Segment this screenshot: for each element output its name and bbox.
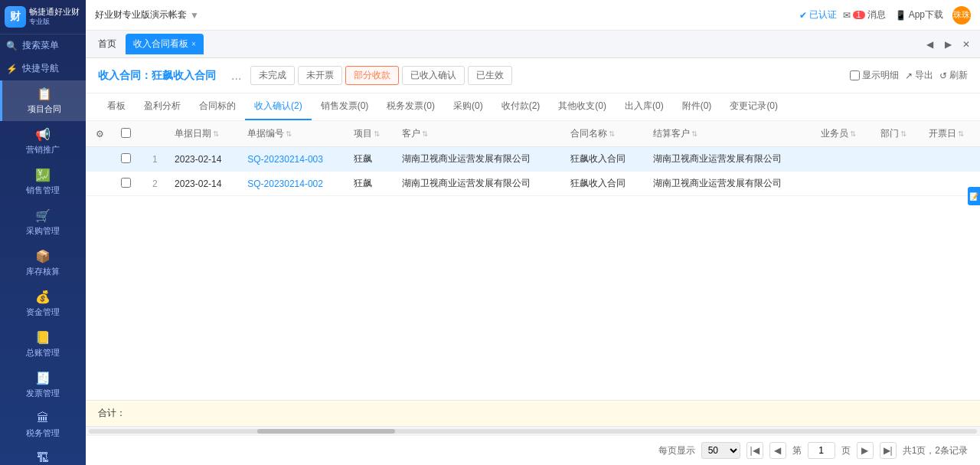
app-name: 畅捷通好业财 xyxy=(29,7,80,17)
row-number-1[interactable]: SQ-20230214-002 xyxy=(240,172,346,196)
home-tab[interactable]: 首页 xyxy=(92,34,122,54)
col-header-number[interactable]: 单据编号⇅ xyxy=(240,121,346,147)
sidebar-icon-project: 📋 xyxy=(37,87,52,101)
subtab-11[interactable]: 变更记录(0) xyxy=(720,93,787,120)
first-page-btn[interactable]: |◀ xyxy=(746,442,763,459)
sidebar-search[interactable]: 🔍 搜索菜单 xyxy=(0,34,86,57)
col-header-result_customer[interactable]: 结算客户⇅ xyxy=(645,121,814,147)
status-btn-uninvoiced[interactable]: 未开票 xyxy=(298,66,342,85)
row-contract-name-0: 狂飙收入合同 xyxy=(563,147,645,172)
row-contract-name-1: 狂飙收入合同 xyxy=(563,172,645,196)
row-settings-1 xyxy=(86,172,113,196)
row-index-1: 2 xyxy=(143,172,167,196)
subtab-5[interactable]: 税务发票(0) xyxy=(377,93,444,120)
table-row[interactable]: 12023-02-14SQ-20230214-003狂飙湖南卫视商业运营发展有限… xyxy=(86,147,980,172)
row-number-link-0[interactable]: SQ-20230214-003 xyxy=(247,154,323,165)
subtab-8[interactable]: 其他收支(0) xyxy=(549,93,616,120)
subtab-0[interactable]: 看板 xyxy=(98,93,135,120)
sort-icon-customer[interactable]: ⇅ xyxy=(422,129,428,138)
data-table-wrap: ⚙单据日期⇅单据编号⇅项目⇅客户⇅合同名称⇅结算客户⇅业务员⇅部门⇅开票日⇅ 1… xyxy=(86,121,980,400)
message-action[interactable]: ✉ 1 消息 xyxy=(843,8,886,21)
subtab-6[interactable]: 采购(0) xyxy=(444,93,492,120)
contract-more-btn[interactable]: ... xyxy=(231,69,241,83)
col-header-department[interactable]: 部门⇅ xyxy=(873,121,921,147)
refresh-btn[interactable]: ↺ 刷新 xyxy=(939,69,968,82)
horizontal-scrollbar[interactable] xyxy=(86,426,980,435)
col-header-salesperson[interactable]: 业务员⇅ xyxy=(813,121,872,147)
sort-icon-contract_name[interactable]: ⇅ xyxy=(609,129,615,138)
certified-badge: ✔ 已认证 xyxy=(799,8,837,21)
sidebar-item-tax[interactable]: 🏛税务管理 xyxy=(0,405,86,445)
sidebar-item-fund[interactable]: 💰资金管理 xyxy=(0,283,86,324)
user-avatar-action[interactable]: 珠珠 xyxy=(952,6,971,25)
sidebar-item-purchase[interactable]: 🛒采购管理 xyxy=(0,202,86,243)
sidebar-item-sales[interactable]: 💹销售管理 xyxy=(0,162,86,202)
sort-icon-open_date[interactable]: ⇅ xyxy=(958,129,964,138)
col-header-open_date[interactable]: 开票日⇅ xyxy=(921,121,980,147)
sort-icon-salesperson[interactable]: ⇅ xyxy=(850,129,856,138)
col-header-contract_name[interactable]: 合同名称⇅ xyxy=(563,121,645,147)
subtab-9[interactable]: 出入库(0) xyxy=(616,93,673,120)
col-header-customer[interactable]: 客户⇅ xyxy=(394,121,563,147)
row-number-link-1[interactable]: SQ-20230214-002 xyxy=(247,178,323,189)
show-detail-checkbox[interactable]: 显示明细 xyxy=(850,69,899,82)
page-label-after: 页 xyxy=(841,444,851,457)
active-tab[interactable]: 收入合同看板 × xyxy=(126,34,204,54)
sidebar-item-project[interactable]: 📋项目合同 xyxy=(0,80,86,121)
export-btn[interactable]: ↗ 导出 xyxy=(905,69,933,82)
company-selector[interactable]: 好业财专业版演示帐套 ▼ xyxy=(95,8,793,21)
select-all-checkbox[interactable] xyxy=(121,128,131,138)
tabs-prev-btn[interactable]: ◀ xyxy=(922,37,937,52)
row-checkbox-1[interactable] xyxy=(113,172,143,196)
sort-icon-project[interactable]: ⇅ xyxy=(374,129,380,138)
sidebar-item-inventory[interactable]: 📦库存核算 xyxy=(0,243,86,283)
sidebar-item-marketing[interactable]: 📢营销推广 xyxy=(0,121,86,162)
subtab-4[interactable]: 销售发票(0) xyxy=(312,93,378,120)
sort-icon-date[interactable]: ⇅ xyxy=(213,129,219,138)
status-btn-effective[interactable]: 已生效 xyxy=(468,66,512,85)
subtab-7[interactable]: 收付款(2) xyxy=(492,93,550,120)
prev-page-btn[interactable]: ◀ xyxy=(769,442,786,459)
scrollbar-thumb[interactable] xyxy=(257,429,395,434)
avatar-text: 珠珠 xyxy=(953,9,970,21)
sidebar-logo-text-wrap: 畅捷通好业财 专业版 xyxy=(29,7,80,27)
show-detail-input[interactable] xyxy=(850,70,860,80)
sidebar: 财 畅捷通好业财 专业版 🔍 搜索菜单 ⚡ 快捷导航 📋项目合同📢营销推广💹销售… xyxy=(0,0,86,465)
sidebar-item-assets[interactable]: 🏗固定资产 xyxy=(0,445,86,465)
per-page-label: 每页显示 xyxy=(658,444,695,457)
subtab-1[interactable]: 盈利分析 xyxy=(135,93,190,120)
per-page-select[interactable]: 50 100 200 xyxy=(701,442,740,459)
tabs-next-btn[interactable]: ▶ xyxy=(940,37,956,52)
row-checkbox-0[interactable] xyxy=(113,147,143,172)
sort-icon-result_customer[interactable]: ⇅ xyxy=(691,129,697,138)
col-header-project[interactable]: 项目⇅ xyxy=(346,121,394,147)
table-row[interactable]: 22023-02-14SQ-20230214-002狂飙湖南卫视商业运营发展有限… xyxy=(86,172,980,196)
pagination-bar: 每页显示 50 100 200 |◀ ◀ 第 页 ▶ ▶| 共1页，2条记录 xyxy=(86,435,980,465)
status-btn-partial[interactable]: 部分收款 xyxy=(345,66,399,85)
row-checkbox-input-0[interactable] xyxy=(121,153,131,163)
subtab-10[interactable]: 附件(0) xyxy=(673,93,721,120)
status-btn-confirmed[interactable]: 已收入确认 xyxy=(402,66,465,85)
sidebar-quick-nav[interactable]: ⚡ 快捷导航 xyxy=(0,57,86,80)
subtab-2[interactable]: 合同标的 xyxy=(190,93,245,120)
sort-icon-number[interactable]: ⇅ xyxy=(286,129,292,138)
col-header-date[interactable]: 单据日期⇅ xyxy=(167,121,240,147)
subtab-3[interactable]: 收入确认(2) xyxy=(245,93,312,120)
tabs-close-btn[interactable]: ✕ xyxy=(959,37,974,52)
page-number-input[interactable] xyxy=(808,442,835,459)
row-number-0[interactable]: SQ-20230214-003 xyxy=(240,147,346,172)
main-area: 好业财专业版演示帐套 ▼ ✔ 已认证 ✉ 1 消息 📱 App下载 珠珠 xyxy=(86,0,980,465)
next-page-btn[interactable]: ▶ xyxy=(857,442,874,459)
sidebar-item-invoice[interactable]: 🧾发票管理 xyxy=(0,365,86,405)
app-download-action[interactable]: 📱 App下载 xyxy=(895,8,943,21)
row-checkbox-input-1[interactable] xyxy=(121,178,131,188)
right-note-icon[interactable]: 📝 xyxy=(968,187,980,205)
sort-icon-department[interactable]: ⇅ xyxy=(900,129,906,138)
quick-nav-icon: ⚡ xyxy=(6,64,18,74)
tab-close-icon[interactable]: × xyxy=(191,40,196,48)
sidebar-item-general[interactable]: 📒总账管理 xyxy=(0,324,86,365)
status-btn-incomplete[interactable]: 未完成 xyxy=(250,66,295,85)
last-page-btn[interactable]: ▶| xyxy=(880,442,897,459)
settings-icon[interactable]: ⚙ xyxy=(96,129,104,139)
contract-actions: 显示明细 ↗ 导出 ↺ 刷新 xyxy=(850,69,968,82)
